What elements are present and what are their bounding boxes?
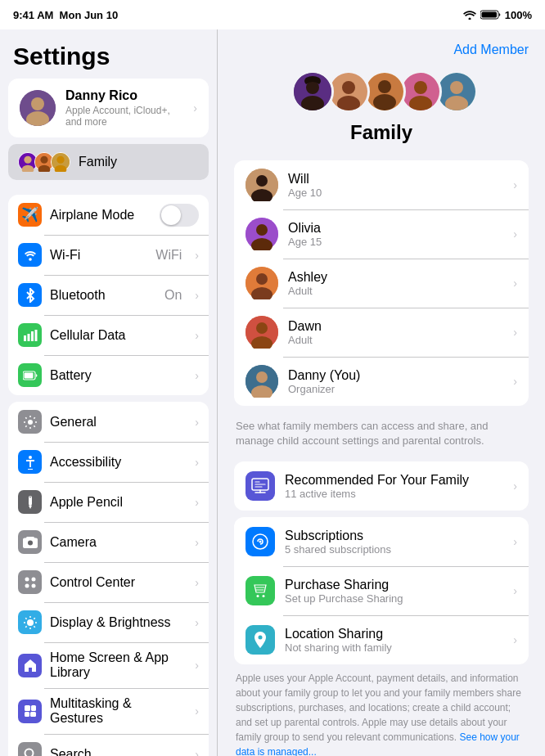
members-description: See what family members can access and s…: [234, 419, 529, 448]
member-info-olivia: Olivia Age 15: [288, 221, 502, 248]
settings-item-homescreen[interactable]: Home Screen & App Library ›: [8, 642, 209, 688]
recommended-name: Recommended For Your Family: [285, 473, 502, 488]
display-label: Display & Brightness: [50, 615, 185, 630]
svg-rect-17: [27, 334, 29, 341]
settings-item-battery[interactable]: Battery ›: [8, 355, 209, 395]
main-layout: Settings Danny Rico Apple Account, iClou…: [0, 29, 545, 756]
camera-icon: [18, 530, 42, 554]
feature-item-recommended[interactable]: Recommended For Your Family 11 active it…: [234, 461, 529, 511]
member-age-olivia: Age 15: [288, 236, 502, 248]
battery-label: Battery: [50, 368, 185, 383]
svg-rect-33: [25, 705, 30, 711]
toggle-thumb: [161, 205, 181, 225]
chevron-icon: ›: [195, 369, 199, 382]
bluetooth-label: Bluetooth: [50, 288, 156, 303]
svg-rect-34: [31, 705, 36, 711]
applepencil-label: Apple Pencil: [50, 495, 185, 510]
svg-point-47: [342, 81, 355, 94]
family-avatar-3: [51, 152, 70, 172]
search-label: Search: [50, 747, 185, 757]
wifi-label: Wi-Fi: [50, 248, 147, 263]
svg-point-68: [256, 322, 268, 334]
right-panel: Add Member: [218, 29, 545, 756]
sidebar: Settings Danny Rico Apple Account, iClou…: [0, 29, 217, 756]
chevron-icon: ›: [195, 456, 199, 469]
svg-point-26: [29, 496, 31, 497]
right-header: Add Member: [234, 43, 529, 57]
wifi-value: WiFi: [155, 248, 182, 263]
member-item-will[interactable]: Will Age 10 ›: [234, 160, 529, 209]
feature-item-purchase[interactable]: Purchase Sharing Set up Purchase Sharing…: [234, 566, 529, 615]
settings-item-applepencil[interactable]: Apple Pencil ›: [8, 482, 209, 522]
settings-item-cellular[interactable]: Cellular Data ›: [8, 315, 209, 355]
settings-item-bluetooth[interactable]: Bluetooth On ›: [8, 275, 209, 315]
feature-item-location[interactable]: Location Sharing Not sharing with family…: [234, 615, 529, 664]
member-name-ashley: Ashley: [288, 270, 502, 285]
svg-point-15: [29, 258, 32, 261]
svg-point-77: [263, 595, 265, 597]
sidebar-item-family[interactable]: Family: [8, 144, 209, 180]
recommended-sub: 11 active items: [285, 488, 502, 500]
svg-rect-18: [31, 331, 34, 341]
subscriptions-info: Subscriptions 5 shared subscriptions: [285, 529, 502, 556]
family-title: Family: [350, 121, 412, 144]
settings-item-search[interactable]: Search ›: [8, 734, 209, 756]
settings-item-display[interactable]: Display & Brightness ›: [8, 602, 209, 642]
settings-item-general[interactable]: General ›: [8, 402, 209, 442]
settings-item-multitasking[interactable]: Multitasking & Gestures ›: [8, 688, 209, 734]
settings-item-camera[interactable]: Camera ›: [8, 522, 209, 562]
feature-card-sharing: Subscriptions 5 shared subscriptions › P…: [234, 517, 529, 664]
member-info-ashley: Ashley Adult: [288, 270, 502, 297]
chevron-icon: ›: [195, 704, 199, 718]
applepencil-icon: [18, 490, 42, 514]
member-avatar-danny: [245, 365, 278, 398]
svg-point-29: [31, 577, 35, 581]
family-header: Family: [234, 70, 529, 144]
multitasking-icon: [18, 700, 42, 723]
svg-point-7: [24, 156, 31, 164]
status-icons: 100%: [463, 9, 532, 21]
settings-item-accessibility[interactable]: Accessibility ›: [8, 442, 209, 482]
settings-item-wifi[interactable]: Wi-Fi WiFi ›: [8, 235, 209, 275]
chevron-icon: ›: [195, 536, 199, 549]
add-member-button[interactable]: Add Member: [453, 43, 529, 57]
member-item-dawn[interactable]: Dawn Adult ›: [234, 308, 529, 357]
feature-item-subscriptions[interactable]: Subscriptions 5 shared subscriptions ›: [234, 517, 529, 566]
family-avatars-large: [291, 70, 471, 113]
general-icon: [18, 410, 42, 434]
airplane-toggle[interactable]: [160, 204, 199, 227]
svg-point-13: [56, 156, 64, 164]
settings-item-controlcenter[interactable]: Control Center ›: [8, 562, 209, 602]
bluetooth-value: On: [164, 288, 182, 303]
chevron-icon: ›: [195, 289, 199, 302]
camera-label: Camera: [50, 535, 185, 550]
subscriptions-icon: [245, 527, 275, 556]
bluetooth-icon: [18, 283, 42, 307]
family-members-card: Will Age 10 › Olivia Age 15: [234, 160, 529, 406]
settings-item-airplane[interactable]: ✈️ Airplane Mode: [8, 195, 209, 235]
member-item-olivia[interactable]: Olivia Age 15 ›: [234, 209, 529, 259]
chevron-icon: ›: [195, 616, 199, 629]
svg-point-22: [28, 420, 33, 425]
chevron-icon: ›: [513, 584, 517, 597]
profile-card[interactable]: Danny Rico Apple Account, iCloud+, and m…: [8, 79, 209, 137]
member-avatar-will: [245, 169, 278, 201]
battery-icon: [480, 10, 501, 20]
member-avatar-olivia: [245, 218, 278, 250]
battery-settings-icon: [18, 363, 42, 387]
member-info-dawn: Dawn Adult: [288, 319, 502, 346]
svg-rect-35: [25, 712, 29, 717]
purchase-name: Purchase Sharing: [285, 578, 502, 592]
airplane-label: Airplane Mode: [50, 208, 151, 223]
purchase-sub: Set up Purchase Sharing: [285, 592, 502, 605]
member-item-danny[interactable]: Danny (You) Organizer ›: [234, 357, 529, 406]
recommended-info: Recommended For Your Family 11 active it…: [285, 473, 502, 500]
location-info: Location Sharing Not sharing with family: [285, 627, 502, 654]
svg-point-37: [25, 749, 33, 756]
svg-point-23: [29, 456, 32, 459]
controlcenter-label: Control Center: [50, 575, 185, 590]
member-name-danny: Danny (You): [288, 368, 502, 383]
member-age-will: Age 10: [288, 187, 502, 199]
wifi-settings-icon: [18, 243, 42, 267]
member-item-ashley[interactable]: Ashley Adult ›: [234, 259, 529, 308]
